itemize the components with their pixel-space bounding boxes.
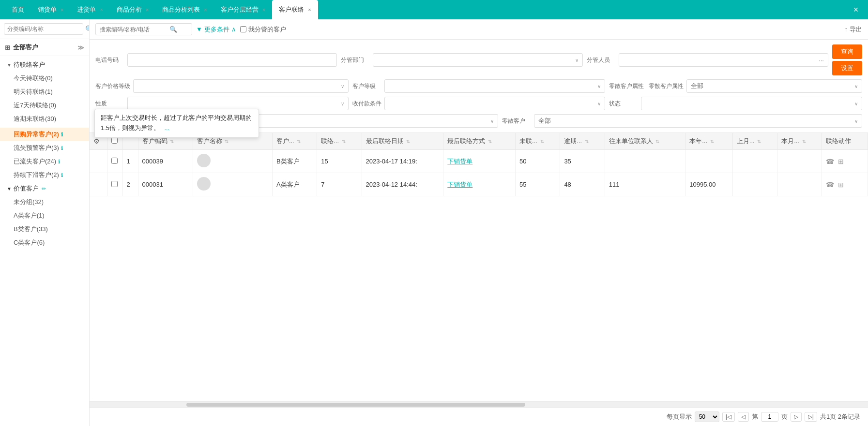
gender-select[interactable]: ∨ xyxy=(127,97,349,110)
sort-icon[interactable]: ⇅ xyxy=(342,139,346,144)
tab-product-analysis[interactable]: 商品分析 × xyxy=(110,0,155,19)
tab-customer-tier[interactable]: 客户分层经营 × xyxy=(214,0,272,19)
chevron-down-icon: ∨ xyxy=(854,84,858,89)
scroll-thumb[interactable] xyxy=(186,403,525,407)
settings-button[interactable]: 设置 xyxy=(832,61,862,75)
sidebar-item-declining[interactable]: 持续下滑客户(2) ℹ xyxy=(0,168,89,182)
tab-customer-contact[interactable]: 客户联络 × xyxy=(272,0,318,19)
sort-icon[interactable]: ⇅ xyxy=(225,139,228,144)
query-button[interactable]: 查询 xyxy=(832,44,862,59)
sidebar-item-overdue[interactable]: 逾期未联络(30) xyxy=(0,112,89,126)
window-close-button[interactable]: × xyxy=(849,2,863,17)
more-icon[interactable]: ··· xyxy=(819,57,824,64)
close-icon[interactable]: × xyxy=(146,0,149,19)
chevron-down-icon: ∨ xyxy=(597,84,601,89)
retail-customer-select[interactable]: 全部 ∨ xyxy=(534,114,862,128)
info-icon: ℹ xyxy=(61,145,63,151)
pending-contact-header[interactable]: ▼ 待联络客户 xyxy=(0,58,89,72)
sidebar-item-class-c[interactable]: C类客户(6) xyxy=(0,236,89,250)
export-button[interactable]: ↑ 导出 xyxy=(845,25,863,34)
tab-purchase-order[interactable]: 进货单 × xyxy=(70,0,109,19)
share-icon[interactable]: ⊞ xyxy=(838,181,844,189)
sort-icon[interactable]: ⇅ xyxy=(540,139,544,144)
sidebar-item-unclassified[interactable]: 未分组(32) xyxy=(0,195,89,209)
chevron-down-icon: ∨ xyxy=(341,84,344,89)
row-select-checkbox[interactable] xyxy=(111,158,118,164)
manager-select[interactable]: ··· xyxy=(619,53,828,67)
per-page-select[interactable]: 50 100 200 xyxy=(695,411,719,422)
price-level-select[interactable]: ∨ xyxy=(133,79,349,93)
sidebar-search-icon[interactable]: 🔍 xyxy=(85,25,90,33)
tab-sales-order[interactable]: 销货单 × xyxy=(31,0,70,19)
sidebar-item-class-b[interactable]: B类客户(33) xyxy=(0,222,89,236)
retail-attr-select[interactable]: 全部 ∨ xyxy=(686,79,862,93)
sidebar-item-tomorrow[interactable]: 明天待联络(1) xyxy=(0,85,89,99)
sidebar-item-today[interactable]: 今天待联络(0) xyxy=(0,72,89,85)
tooltip-more-icon[interactable]: ... xyxy=(164,124,169,132)
share-icon[interactable]: ⊞ xyxy=(838,158,844,165)
sort-icon[interactable]: ⇅ xyxy=(585,139,589,144)
row-actions: ☎ ⊞ xyxy=(822,173,868,196)
close-icon[interactable]: × xyxy=(204,0,207,19)
close-icon[interactable]: × xyxy=(100,0,103,19)
customer-level-select[interactable]: ∨ xyxy=(384,79,606,93)
sort-icon[interactable]: ⇅ xyxy=(802,139,806,144)
close-icon[interactable]: × xyxy=(308,0,311,19)
status-select[interactable]: ∨ xyxy=(641,97,862,110)
filter-manager: 分管人员 ··· xyxy=(587,53,828,67)
sort-icon[interactable]: ⇅ xyxy=(406,139,410,144)
filter-row-1: 电话号码 分管部门 ∨ 分管人员 ··· 查询 设置 xyxy=(95,44,862,75)
sidebar-search-input[interactable] xyxy=(4,23,83,35)
contact-method-link[interactable]: 下销货单 xyxy=(447,158,472,165)
close-icon[interactable]: × xyxy=(61,0,63,19)
sort-icon[interactable]: ⇅ xyxy=(655,139,659,144)
sort-icon[interactable]: ⇅ xyxy=(170,139,174,144)
my-customers-checkbox[interactable] xyxy=(240,26,246,32)
row-code[interactable]: 000031 xyxy=(138,173,193,196)
contact-method-link[interactable]: 下销货单 xyxy=(447,181,472,188)
all-customers-header[interactable]: ⊞ 全部客户 ≫ xyxy=(0,39,89,56)
payment-select[interactable]: ∨ xyxy=(384,97,606,110)
first-page-button[interactable]: |◁ xyxy=(722,412,735,422)
row-last-contact-method: 下销货单 xyxy=(443,173,516,196)
sidebar-item-class-a[interactable]: A类客户(1) xyxy=(0,209,89,222)
more-conditions-button[interactable]: ▼ 更多条件 ∧ xyxy=(196,25,236,34)
my-customers-checkbox-wrap[interactable]: 我分管的客户 xyxy=(240,25,286,34)
sort-icon[interactable]: ⇅ xyxy=(710,139,714,144)
contact-icon[interactable]: ☎ xyxy=(826,181,834,189)
dept-select[interactable]: ∨ xyxy=(373,53,582,67)
select-all-checkbox[interactable] xyxy=(111,137,118,144)
sort-icon[interactable]: ⇅ xyxy=(297,139,301,144)
row-this-year xyxy=(685,150,733,173)
arrow-down-icon: ▼ xyxy=(7,186,12,191)
prev-page-button[interactable]: ◁ xyxy=(738,412,749,422)
last-page-button[interactable]: ▷| xyxy=(805,412,817,422)
sort-icon[interactable]: ⇅ xyxy=(757,139,761,144)
row-code[interactable]: 000039 xyxy=(138,150,193,173)
sidebar-item-churn-warning[interactable]: 流失预警客户(3) ℹ xyxy=(0,141,89,155)
column-settings-icon[interactable]: ⚙ xyxy=(93,137,100,145)
col-last-month-header: 上月... ⇅ xyxy=(732,133,777,150)
edit-icon[interactable]: ✏ xyxy=(42,186,46,192)
value-customers-header[interactable]: ▼ 价值客户 ✏ xyxy=(0,182,89,195)
horizontal-scrollbar[interactable] xyxy=(90,401,868,407)
page-number-input[interactable] xyxy=(761,412,778,422)
contact-icon[interactable]: ☎ xyxy=(826,158,834,165)
close-icon[interactable]: × xyxy=(262,0,265,19)
tab-home[interactable]: 首页 xyxy=(5,0,31,19)
sidebar-item-churned[interactable]: 已流失客户(24) ℹ xyxy=(0,155,89,168)
row-type: B类客户 xyxy=(272,150,317,173)
col-last-contact-date-header: 最后联络日期 ⇅ xyxy=(362,133,443,150)
sidebar-item-7days[interactable]: 近7天待联络(0) xyxy=(0,99,89,112)
collapse-icon[interactable]: ≫ xyxy=(77,44,84,51)
row-contacts: 7 xyxy=(317,173,362,196)
sidebar-item-repurchase-anomaly[interactable]: 回购异常客户(2) ℹ xyxy=(0,128,89,141)
search-input[interactable] xyxy=(100,26,168,33)
sort-icon[interactable]: ⇅ xyxy=(488,139,492,144)
search-button[interactable]: 🔍 xyxy=(169,26,177,33)
row-last-contact-method: 下销货单 xyxy=(443,150,516,173)
phone-input[interactable] xyxy=(127,53,337,67)
next-page-button[interactable]: ▷ xyxy=(791,412,802,422)
tab-product-analysis-list[interactable]: 商品分析列表 × xyxy=(155,0,213,19)
row-select-checkbox[interactable] xyxy=(111,181,118,187)
